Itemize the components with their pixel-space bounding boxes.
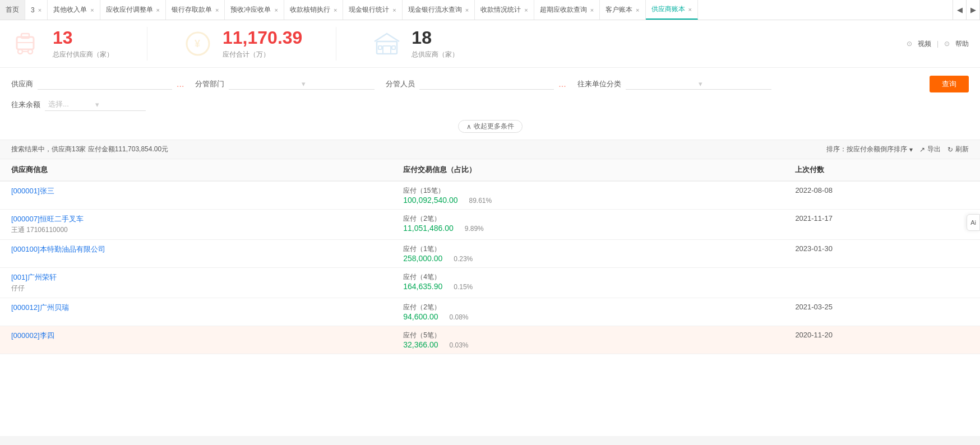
- close-pre-receive[interactable]: ×: [274, 7, 278, 13]
- tx-amount: 164,635.90: [403, 282, 442, 291]
- close-receipt-exec[interactable]: ×: [334, 7, 337, 13]
- supplier-link[interactable]: [000001]张三: [11, 187, 54, 195]
- category-dropdown[interactable]: ▾: [626, 78, 771, 90]
- last-payment-date: 2021-11-17: [795, 214, 833, 222]
- result-summary-text: 搜索结果中，供应商13家 应付金额111,703,854.00元: [11, 145, 168, 154]
- sort-chevron-icon: ▾: [909, 146, 913, 154]
- close-customer-book[interactable]: ×: [636, 7, 639, 13]
- balance-chevron-icon: ▾: [95, 100, 142, 109]
- dept-dropdown[interactable]: ▾: [229, 78, 375, 90]
- tx-label: 应付（4笔）: [403, 272, 773, 282]
- help-link[interactable]: 帮助: [955, 39, 969, 49]
- supplier-link[interactable]: [000012]广州贝瑞: [11, 303, 69, 312]
- table-row: [000002]李四应付（5笔）32,366.000.03%2020-11-20: [0, 326, 980, 354]
- close-bank[interactable]: ×: [215, 7, 219, 13]
- tx-cell: 应付（5笔）32,366.000.03%: [392, 326, 784, 354]
- svg-point-4: [28, 49, 33, 54]
- tx-amount: 32,366.00: [403, 340, 438, 349]
- tx-cell: 应付（4笔）164,635.900.15%: [392, 268, 784, 298]
- payable-total: 11,170.39: [223, 28, 302, 48]
- nav-supplier-book[interactable]: 供应商账本 ×: [646, 0, 698, 20]
- balance-dropdown[interactable]: 选择... ▾: [45, 98, 146, 111]
- tx-amount: 11,051,486.00: [403, 224, 454, 233]
- svg-rect-9: [383, 46, 391, 54]
- summary-card-payable: ¥ 11,170.39 应付合计（万）: [181, 27, 302, 61]
- collapse-button[interactable]: ∧ 收起更多条件: [458, 120, 523, 133]
- nav-receipt-exec[interactable]: 收款核销执行 ×: [284, 0, 343, 20]
- nav-adjust[interactable]: 应收应付调整单 ×: [100, 0, 166, 20]
- total-supplier-count: 18: [412, 28, 459, 48]
- tx-pct: 9.89%: [465, 225, 484, 233]
- supplier-input[interactable]: [38, 78, 172, 90]
- supplier-cell: [001]广州荣轩仔仔: [0, 268, 392, 298]
- category-chevron-icon: ▾: [699, 80, 768, 88]
- collapse-bar: ∧ 收起更多条件: [11, 117, 969, 134]
- close-other-income[interactable]: ×: [90, 7, 94, 13]
- category-filter-label: 往来单位分类: [577, 79, 621, 89]
- supplier-cell: [000002]李四: [0, 326, 392, 354]
- nav-bank[interactable]: 银行存取款单 ×: [166, 0, 225, 20]
- tx-amount: 100,092,540.00: [403, 196, 457, 205]
- table-row: [001]广州荣轩仔仔应付（4笔）164,635.900.15%: [0, 268, 980, 298]
- refresh-icon: ↻: [947, 146, 953, 154]
- col-supplier-info: 供应商信息: [0, 159, 392, 181]
- circle-icon: ⊙: [907, 40, 912, 48]
- supplier-link[interactable]: [001]广州荣轩: [11, 273, 57, 281]
- nav-overdue[interactable]: 超期应收款查询 ×: [534, 0, 600, 20]
- col-tx-info: 应付交易信息（占比）: [392, 159, 784, 181]
- ai-sidebar[interactable]: Ai: [967, 214, 980, 231]
- query-button[interactable]: 查询: [930, 76, 969, 92]
- nav-cash-query[interactable]: 现金银行流水查询 ×: [403, 0, 475, 20]
- export-button[interactable]: ↗ 导出: [919, 145, 941, 154]
- close-cash-stat[interactable]: ×: [392, 7, 396, 13]
- close-adjust[interactable]: ×: [156, 7, 160, 13]
- tx-amount: 258,000.00: [403, 254, 442, 263]
- close-tab3[interactable]: ×: [38, 7, 41, 13]
- last-date-cell: 2021-03-25: [784, 298, 980, 326]
- last-date-cell: 2023-01-30: [784, 240, 980, 268]
- refresh-button[interactable]: ↻ 刷新: [947, 145, 969, 154]
- close-overdue[interactable]: ×: [590, 7, 594, 13]
- payable-total-label: 应付合计（万）: [223, 50, 302, 59]
- close-cash-query[interactable]: ×: [465, 7, 469, 13]
- sort-dropdown[interactable]: 排序：按应付余额倒序排序 ▾: [826, 145, 913, 154]
- col-last-date: 上次付数: [784, 159, 980, 181]
- tx-cell: 应付（1笔）258,000.000.23%: [392, 240, 784, 268]
- nav-home[interactable]: 首页: [0, 0, 25, 20]
- table-row: [000001]张三应付（15笔）100,092,540.0089.61%202…: [0, 181, 980, 210]
- circle-icon2: ⊙: [944, 40, 950, 48]
- supplier-cell: [000100]本特勤油品有限公司: [0, 240, 392, 268]
- tx-cell: 应付（15笔）100,092,540.0089.61%: [392, 181, 784, 210]
- nav-next[interactable]: ▶: [967, 0, 980, 20]
- dept-chevron-icon: ▾: [302, 80, 371, 88]
- supplier-link[interactable]: [000002]李四: [11, 331, 54, 340]
- table-row: [000100]本特勤油品有限公司应付（1笔）258,000.000.23%20…: [0, 240, 980, 268]
- total-supplier-label: 总供应商（家）: [412, 50, 459, 59]
- tx-label: 应付（1笔）: [403, 244, 773, 254]
- summary-text-3: 18 总供应商（家）: [412, 28, 459, 59]
- last-date-cell: 2022-08-08: [784, 181, 980, 210]
- person-dots[interactable]: ...: [558, 79, 566, 89]
- close-receipt-stat[interactable]: ×: [524, 7, 528, 13]
- person-input[interactable]: [419, 78, 554, 90]
- nav-cash-stat[interactable]: 现金银行统计 ×: [343, 0, 402, 20]
- ai-label: Ai: [970, 219, 976, 226]
- summary-bar: 13 总应付供应商（家） ¥ 11,170.39 应付合计（万）: [0, 20, 980, 68]
- video-link[interactable]: 视频: [918, 39, 931, 49]
- nav-prev[interactable]: ◀: [953, 0, 967, 20]
- close-supplier-book[interactable]: ×: [688, 6, 692, 13]
- nav-other-income[interactable]: 其他收入单 ×: [48, 0, 100, 20]
- nav-tab3[interactable]: 3 ×: [25, 0, 48, 20]
- tx-amount: 94,600.00: [403, 312, 438, 321]
- filter-row-1: 供应商 ... 分管部门 ▾ 分管人员 ... 往来单位分类 ▾ 查询: [11, 76, 969, 92]
- sort-area: 排序：按应付余额倒序排序 ▾ ↗ 导出 ↻ 刷新: [826, 145, 969, 154]
- filter-dept: 分管部门 ▾: [195, 78, 375, 90]
- nav-receipt-stat[interactable]: 收款情况统计 ×: [475, 0, 534, 20]
- table-row: [000007]恒旺二手叉车王通 17106110000应付（2笔）11,051…: [0, 210, 980, 240]
- supplier-link[interactable]: [000100]本特勤油品有限公司: [11, 245, 105, 253]
- table-scroll[interactable]: 供应商信息 应付交易信息（占比） 上次付数 [000001]张三应付（15笔）1…: [0, 159, 980, 436]
- nav-customer-book[interactable]: 客户账本 ×: [600, 0, 645, 20]
- nav-pre-receive[interactable]: 预收冲应收单 ×: [225, 0, 284, 20]
- supplier-dots[interactable]: ...: [177, 79, 184, 89]
- supplier-link[interactable]: [000007]恒旺二手叉车: [11, 215, 84, 223]
